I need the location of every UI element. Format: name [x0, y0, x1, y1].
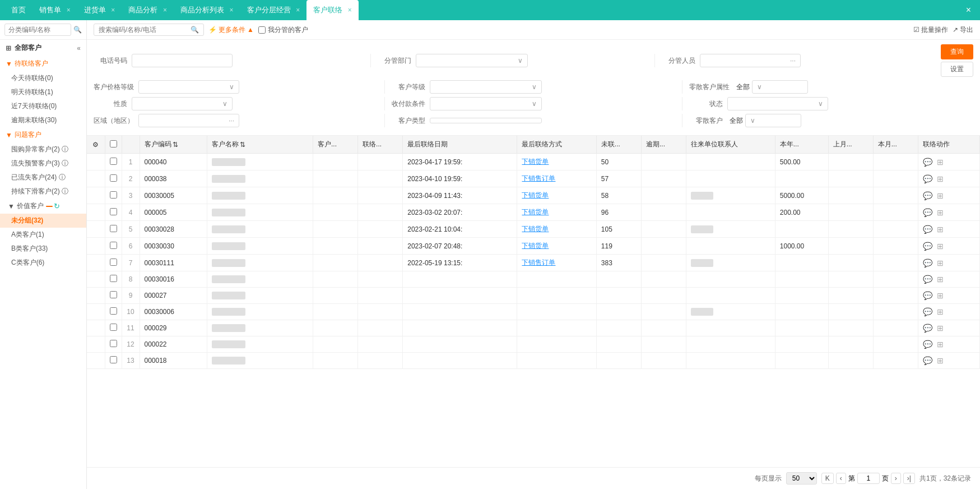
row-checkbox[interactable]	[110, 174, 117, 182]
row-checkbox-cell[interactable]	[105, 304, 122, 320]
row-checkbox-cell[interactable]	[105, 288, 122, 304]
close-sales-order[interactable]: ×	[67, 6, 71, 14]
col-code[interactable]: 客户编码⇅	[140, 136, 207, 154]
row-last-method-cell[interactable]: 下销货单	[517, 187, 596, 204]
grid-action-icon[interactable]: ⊞	[937, 307, 944, 316]
row-checkbox[interactable]	[110, 307, 117, 315]
row-last-method-cell[interactable]	[517, 320, 596, 336]
row-last-method-cell[interactable]	[517, 288, 596, 304]
export-button[interactable]: ↗ 导出	[953, 25, 973, 35]
row-last-method-cell[interactable]: 下销货单	[517, 204, 596, 221]
chat-icon[interactable]: 💬	[923, 174, 932, 183]
row-checkbox[interactable]	[110, 158, 117, 165]
page-size-select[interactable]: 50 100 200	[786, 472, 817, 485]
grid-action-icon[interactable]: ⊞	[937, 242, 944, 251]
grid-action-icon[interactable]: ⊞	[937, 225, 944, 234]
tab-purchase-order[interactable]: 进货单 ×	[77, 0, 122, 20]
row-checkbox-cell[interactable]	[105, 353, 122, 369]
close-product-analysis-list[interactable]: ×	[230, 6, 234, 14]
row-checkbox[interactable]	[110, 191, 117, 199]
last-method-link[interactable]: 下销货单	[522, 242, 549, 250]
more-filter-button[interactable]: ⚡ 更多条件 ▲	[208, 25, 254, 35]
sidebar-group-problem[interactable]: ▼ 问题客户	[0, 127, 86, 142]
col-last-method[interactable]: 最后联络方式	[517, 136, 596, 154]
col-unit-contact[interactable]: 往来单位联系人	[686, 136, 775, 154]
filter-nature-select[interactable]: ∨	[132, 97, 233, 110]
row-checkbox-cell[interactable]	[105, 320, 122, 336]
sidebar-item-week-pending[interactable]: 近7天待联络(0)	[0, 99, 86, 113]
row-checkbox-cell[interactable]	[105, 221, 122, 238]
grid-action-icon[interactable]: ⊞	[937, 191, 944, 200]
my-customers-check[interactable]	[258, 26, 266, 34]
last-method-link[interactable]: 下销售订单	[522, 174, 555, 182]
row-checkbox-cell[interactable]	[105, 170, 122, 187]
filter-manager-select[interactable]: ···	[700, 54, 801, 67]
sidebar-item-class-c[interactable]: C类客户(6)	[0, 256, 86, 270]
row-checkbox-cell[interactable]	[105, 187, 122, 204]
grid-action-icon[interactable]: ⊞	[937, 174, 944, 183]
filter-payment-select[interactable]: ∨	[430, 97, 542, 110]
col-uncontacted[interactable]: 未联...	[596, 136, 641, 154]
settings-gear-icon[interactable]: ⚙	[92, 141, 99, 149]
sidebar-item-declining[interactable]: 持续下滑客户(2) ⓘ	[0, 184, 86, 199]
row-checkbox-cell[interactable]	[105, 154, 122, 170]
row-checkbox[interactable]	[110, 291, 117, 298]
filter-dept-select[interactable]: ∨	[416, 54, 528, 67]
row-last-method-cell[interactable]: 下销货单	[517, 154, 596, 170]
filter-search-input[interactable]	[99, 26, 188, 34]
first-page-button[interactable]: K	[821, 473, 834, 484]
close-customer-segment[interactable]: ×	[296, 6, 300, 14]
last-method-link[interactable]: 下销售订单	[522, 259, 555, 266]
sidebar-item-today-pending[interactable]: 今天待联络(0)	[0, 71, 86, 85]
chat-icon[interactable]: 💬	[923, 275, 932, 284]
grid-action-icon[interactable]: ⊞	[937, 356, 944, 365]
main-close-button[interactable]: ×	[962, 5, 976, 15]
col-settings[interactable]: ⚙	[87, 136, 105, 154]
chat-icon[interactable]: 💬	[923, 340, 932, 349]
row-last-method-cell[interactable]: 下销售订单	[517, 170, 596, 187]
last-method-link[interactable]: 下销货单	[522, 225, 549, 233]
sidebar-all-customers[interactable]: ⊞ 全部客户 «	[0, 40, 86, 56]
tab-product-analysis-list[interactable]: 商品分析列表 ×	[174, 0, 240, 20]
row-checkbox[interactable]	[110, 324, 117, 331]
chat-icon[interactable]: 💬	[923, 242, 932, 251]
row-checkbox[interactable]	[110, 259, 117, 266]
filter-customer-type-select[interactable]	[430, 118, 542, 123]
batch-ops-button[interactable]: ☑ 批量操作	[913, 25, 948, 35]
sidebar-item-churned[interactable]: 已流失客户(24) ⓘ	[0, 170, 86, 184]
row-checkbox[interactable]	[110, 242, 117, 249]
row-last-method-cell[interactable]: 下销货单	[517, 238, 596, 255]
sidebar-search-input[interactable]	[4, 24, 71, 36]
grid-action-icon[interactable]: ⊞	[937, 291, 944, 300]
sidebar-collapse-icon[interactable]: «	[77, 44, 81, 52]
reset-button[interactable]: 设置	[941, 62, 973, 77]
col-type[interactable]: 客户...	[313, 136, 357, 154]
col-this-month[interactable]: 本月...	[873, 136, 918, 154]
last-method-link[interactable]: 下销货单	[522, 208, 549, 216]
grid-action-icon[interactable]: ⊞	[937, 340, 944, 349]
row-checkbox[interactable]	[110, 340, 117, 347]
chat-icon[interactable]: 💬	[923, 225, 932, 234]
sidebar-item-class-a[interactable]: A类客户(1)	[0, 228, 86, 242]
sidebar-item-churn-warning[interactable]: 流失预警客户(3) ⓘ	[0, 156, 86, 170]
row-checkbox-cell[interactable]	[105, 204, 122, 221]
chat-icon[interactable]: 💬	[923, 259, 932, 267]
row-checkbox[interactable]	[110, 225, 117, 232]
row-last-method-cell[interactable]	[517, 304, 596, 320]
next-page-button[interactable]: ›	[891, 473, 901, 484]
filter-region-select[interactable]: ···	[138, 114, 239, 127]
sidebar-item-unassigned[interactable]: 未分组(32)	[0, 214, 86, 228]
filter-retail-customer-select[interactable]: ∨	[745, 114, 801, 127]
col-overdue[interactable]: 逾期...	[641, 136, 686, 154]
sidebar-item-overdue-pending[interactable]: 逾期未联络(30)	[0, 113, 86, 127]
sidebar-item-tomorrow-pending[interactable]: 明天待联络(1)	[0, 85, 86, 99]
col-last-month[interactable]: 上月...	[828, 136, 873, 154]
last-method-link[interactable]: 下销货单	[522, 158, 549, 165]
sidebar-search-icon[interactable]: 🔍	[73, 26, 82, 34]
filter-customer-level-select[interactable]: ∨	[430, 80, 542, 94]
select-all-checkbox[interactable]	[110, 140, 117, 147]
chat-icon[interactable]: 💬	[923, 324, 932, 333]
row-last-method-cell[interactable]	[517, 271, 596, 288]
col-select-all[interactable]	[105, 136, 122, 154]
grid-action-icon[interactable]: ⊞	[937, 208, 944, 217]
